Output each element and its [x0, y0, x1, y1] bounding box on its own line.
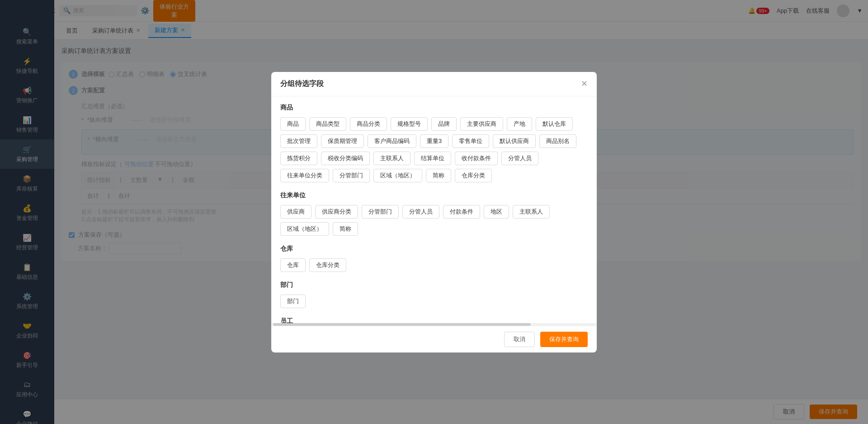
modal-header: 分组待选字段 ✕: [271, 72, 597, 96]
modal-close-button[interactable]: ✕: [581, 80, 588, 88]
field-tag-1-6[interactable]: 主联系人: [513, 205, 550, 219]
modal-title: 分组待选字段: [280, 79, 324, 89]
field-section-往来单位: 往来单位供应商供应商分类分管部门分管人员付款条件地区主联系人区域（地区）简称: [280, 191, 588, 236]
section-title-0: 商品: [280, 104, 588, 112]
field-tag-0-0[interactable]: 商品: [280, 117, 306, 131]
modal-cancel-button[interactable]: 取消: [504, 332, 535, 347]
field-tag-0-19[interactable]: 收付款条件: [455, 152, 498, 165]
field-tag-1-1[interactable]: 供应商分类: [315, 205, 358, 219]
field-tag-2-0[interactable]: 仓库: [280, 258, 306, 272]
field-grid-2: 仓库仓库分类: [280, 258, 588, 272]
field-tag-0-22[interactable]: 分管部门: [333, 169, 370, 182]
field-tag-0-5[interactable]: 主要供应商: [460, 117, 503, 131]
field-section-商品: 商品商品商品类型商品分类规格型号品牌主要供应商产地默认仓库批次管理保质期管理客户…: [280, 104, 588, 182]
field-tag-0-14[interactable]: 商品别名: [539, 134, 576, 148]
modal-body[interactable]: 商品商品商品类型商品分类规格型号品牌主要供应商产地默认仓库批次管理保质期管理客户…: [271, 96, 597, 323]
field-tag-0-20[interactable]: 分管人员: [501, 152, 538, 165]
field-tag-0-12[interactable]: 零售单位: [452, 134, 489, 148]
field-grid-0: 商品商品类型商品分类规格型号品牌主要供应商产地默认仓库批次管理保质期管理客户商品…: [280, 117, 588, 182]
field-tag-1-7[interactable]: 区域（地区）: [280, 222, 329, 236]
field-tag-0-10[interactable]: 客户商品编码: [368, 134, 416, 148]
field-tag-0-13[interactable]: 默认供应商: [493, 134, 536, 148]
field-tag-0-9[interactable]: 保质期管理: [321, 134, 364, 148]
modal-footer: 取消 保存并查询: [271, 326, 597, 353]
field-section-仓库: 仓库仓库仓库分类: [280, 245, 588, 272]
field-grid-1: 供应商供应商分类分管部门分管人员付款条件地区主联系人区域（地区）简称: [280, 205, 588, 236]
field-tag-0-2[interactable]: 商品分类: [350, 117, 387, 131]
field-tag-0-21[interactable]: 往来单位分类: [280, 169, 329, 182]
field-section-员工: 员工业务员: [280, 317, 588, 323]
modal-dialog: 分组待选字段 ✕ 商品商品商品类型商品分类规格型号品牌主要供应商产地默认仓库批次…: [271, 72, 597, 353]
modal-save-button[interactable]: 保存并查询: [540, 332, 588, 347]
field-tag-0-11[interactable]: 重量3: [420, 134, 448, 148]
field-tag-0-6[interactable]: 产地: [507, 117, 532, 131]
field-tag-0-7[interactable]: 默认仓库: [536, 117, 573, 131]
field-tag-1-5[interactable]: 地区: [484, 205, 509, 219]
field-tag-0-25[interactable]: 仓库分类: [455, 169, 492, 182]
field-tag-1-8[interactable]: 简称: [333, 222, 358, 236]
section-title-1: 往来单位: [280, 191, 588, 200]
field-tag-0-17[interactable]: 主联系人: [373, 152, 410, 165]
field-grid-3: 部门: [280, 295, 588, 308]
field-tag-1-2[interactable]: 分管部门: [362, 205, 399, 219]
field-tag-1-4[interactable]: 付款条件: [443, 205, 480, 219]
field-tag-0-16[interactable]: 税收分类编码: [321, 152, 370, 165]
section-title-4: 员工: [280, 317, 588, 323]
field-tag-0-24[interactable]: 简称: [426, 169, 451, 182]
field-tag-1-0[interactable]: 供应商: [280, 205, 311, 219]
field-tag-0-1[interactable]: 商品类型: [309, 117, 346, 131]
field-tag-0-23[interactable]: 区域（地区）: [373, 169, 422, 182]
field-tag-3-0[interactable]: 部门: [280, 295, 306, 308]
field-tag-0-15[interactable]: 拣货积分: [280, 152, 317, 165]
field-tag-1-3[interactable]: 分管人员: [402, 205, 439, 219]
field-section-部门: 部门部门: [280, 281, 588, 308]
field-tag-0-3[interactable]: 规格型号: [391, 117, 428, 131]
modal-overlay: 分组待选字段 ✕ 商品商品商品类型商品分类规格型号品牌主要供应商产地默认仓库批次…: [0, 0, 868, 424]
section-title-2: 仓库: [280, 245, 588, 253]
field-tag-2-1[interactable]: 仓库分类: [309, 258, 346, 272]
section-title-3: 部门: [280, 281, 588, 289]
field-tag-0-8[interactable]: 批次管理: [280, 134, 317, 148]
field-tag-0-18[interactable]: 结算单位: [414, 152, 451, 165]
field-tag-0-4[interactable]: 品牌: [431, 117, 457, 131]
